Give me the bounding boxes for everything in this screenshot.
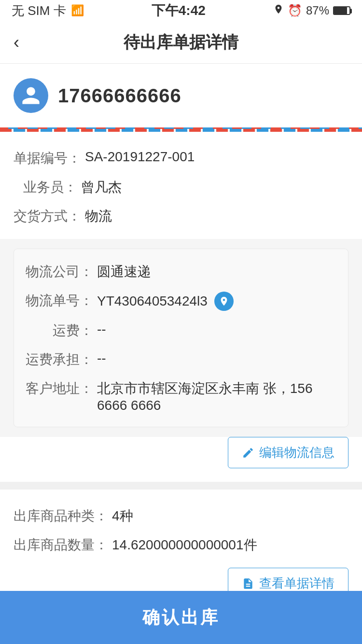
status-time: 下午4:42 — [152, 1, 206, 20]
edit-logistics-button[interactable]: 编辑物流信息 — [228, 437, 348, 468]
address-value: 北京市市辖区海淀区永丰南 张，156 6666 6666 — [97, 379, 336, 413]
confirm-button[interactable]: 确认出库 — [0, 591, 362, 644]
staff-label: 业务员： — [14, 178, 81, 196]
goods-types-row: 出库商品种类： 4种 — [14, 507, 348, 525]
goods-types-label: 出库商品种类： — [14, 507, 112, 525]
order-info-section: 单据编号： SA-20191227-001 业务员： 曾凡杰 交货方式： 物流 — [0, 132, 362, 239]
freight-bear-row: 运费承担： -- — [26, 350, 336, 369]
edit-btn-row: 编辑物流信息 — [0, 437, 362, 482]
order-num-row: 单据编号： SA-20191227-001 — [14, 149, 348, 168]
nav-bar: ‹ 待出库单据详情 — [0, 21, 362, 64]
page-title: 待出库单据详情 — [124, 31, 238, 54]
confirm-label: 确认出库 — [142, 606, 220, 630]
goods-quantity-label: 出库商品数量： — [14, 536, 112, 554]
section-divider — [0, 482, 362, 490]
edit-logistics-label: 编辑物流信息 — [259, 444, 334, 461]
delivery-row: 交货方式： 物流 — [14, 207, 348, 225]
wifi-icon: 📶 — [71, 4, 84, 17]
logistics-company-row: 物流公司： 圆通速递 — [26, 263, 336, 281]
freight-label: 运费： — [26, 322, 97, 340]
logistics-company-label: 物流公司： — [26, 263, 97, 281]
order-num-label: 单据编号： — [14, 149, 85, 168]
location-icon — [273, 4, 284, 17]
delivery-label: 交货方式： — [14, 207, 85, 225]
document-icon — [242, 577, 254, 590]
avatar — [14, 78, 48, 113]
status-right: ⏰ 87% — [273, 4, 350, 17]
status-left: 无 SIM 卡 📶 — [12, 2, 84, 19]
goods-quantity-value: 14.620000000000001件 — [112, 536, 348, 554]
user-phone: 17666666666 — [58, 85, 181, 107]
battery-label: 87% — [306, 4, 329, 17]
logistics-card: 物流公司： 圆通速递 物流单号： YT43064053424l3 运费： -- … — [14, 249, 348, 427]
freight-row: 运费： -- — [26, 322, 336, 340]
tracking-location-icon[interactable] — [214, 292, 234, 311]
address-row: 客户地址： 北京市市辖区海淀区永丰南 张，156 6666 6666 — [26, 379, 336, 413]
battery-icon — [333, 6, 350, 15]
back-button[interactable]: ‹ — [14, 32, 19, 53]
freight-value: -- — [97, 322, 336, 337]
tracking-number-text: YT43064053424l3 — [97, 294, 208, 309]
goods-quantity-row: 出库商品数量： 14.620000000000001件 — [14, 536, 348, 554]
tracking-row: 物流单号： YT43064053424l3 — [26, 292, 336, 311]
main-content: 17666666666 单据编号： SA-20191227-001 业务员： 曾… — [0, 64, 362, 644]
alarm-icon: ⏰ — [288, 4, 302, 17]
tracking-label: 物流单号： — [26, 292, 97, 310]
carrier-label: 无 SIM 卡 — [12, 2, 66, 19]
delivery-value: 物流 — [85, 207, 348, 225]
goods-section: 出库商品种类： 4种 出库商品数量： 14.620000000000001件 — [0, 490, 362, 568]
logistics-company-value: 圆通速递 — [97, 263, 336, 281]
staff-value: 曾凡杰 — [81, 178, 348, 196]
edit-icon — [242, 447, 254, 459]
avatar-icon — [20, 85, 42, 106]
user-header: 17666666666 — [0, 64, 362, 129]
view-detail-label: 查看单据详情 — [259, 575, 334, 592]
goods-types-value: 4种 — [112, 507, 348, 525]
status-bar: 无 SIM 卡 📶 下午4:42 ⏰ 87% — [0, 0, 362, 21]
staff-row: 业务员： 曾凡杰 — [14, 178, 348, 196]
order-num-value: SA-20191227-001 — [85, 149, 348, 165]
address-label: 客户地址： — [26, 379, 97, 398]
freight-bear-value: -- — [97, 350, 336, 366]
tracking-value: YT43064053424l3 — [97, 292, 336, 311]
freight-bear-label: 运费承担： — [26, 350, 97, 369]
